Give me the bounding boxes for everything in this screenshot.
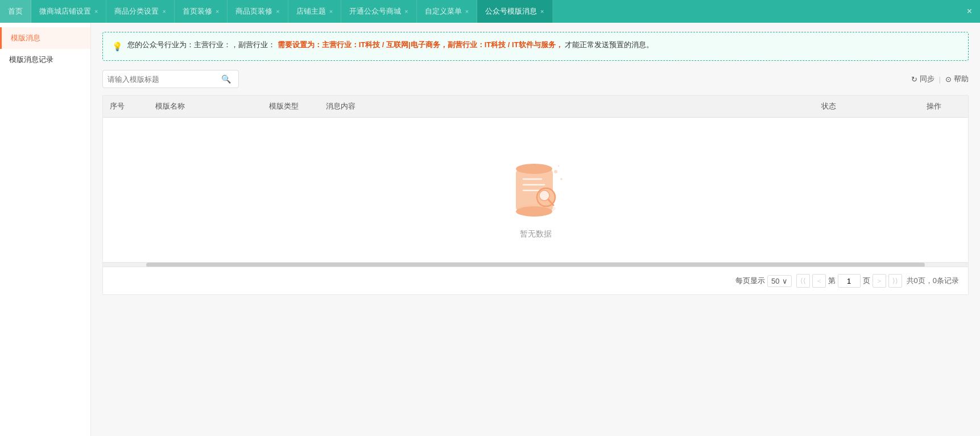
nav-tab-open-mall-label: 开通公众号商城: [349, 6, 401, 16]
empty-illustration: [502, 152, 570, 220]
nav-tab-home-label: 首页: [8, 6, 23, 16]
page-label: 第: [828, 276, 836, 286]
nav-tab-template-msg[interactable]: 公众号模版消息 ×: [477, 0, 552, 23]
page-size-select: 每页显示 50 ∨: [735, 275, 791, 287]
notice-icon: 💡: [112, 40, 123, 53]
main-content: 💡 您的公众号行业为：主营行业：，副营行业： 需要设置为：主营行业：IT科技 /…: [91, 23, 980, 436]
sidebar-item-template-message-log-label: 模版消息记录: [9, 55, 53, 64]
close-template-msg-icon[interactable]: ×: [540, 8, 544, 15]
empty-text: 暂无数据: [520, 229, 552, 239]
search-bar: 🔍 ↻ 同步 | ⊙ 帮助: [102, 70, 969, 88]
main-layout: 模版消息 模版消息记录 💡 您的公众号行业为：主营行业：，副营行业： 需要设置为…: [0, 23, 980, 436]
th-seq: 序号: [103, 95, 148, 117]
sidebar-item-template-message-log[interactable]: 模版消息记录: [0, 49, 90, 70]
nav-tab-open-mall[interactable]: 开通公众号商城 ×: [341, 0, 416, 23]
svg-point-11: [560, 178, 563, 180]
nav-tab-product-decoration-label: 商品页装修: [235, 6, 272, 16]
nav-tab-template-msg-label: 公众号模版消息: [485, 6, 537, 16]
close-product-decoration-icon[interactable]: ×: [276, 8, 279, 15]
page-size-label: 每页显示: [735, 276, 765, 286]
last-page-button[interactable]: ⟩⟩: [888, 274, 902, 288]
close-category-settings-icon[interactable]: ×: [162, 8, 166, 15]
th-content: 消息内容: [319, 95, 814, 117]
close-open-mall-icon[interactable]: ×: [404, 8, 408, 15]
nav-tab-shop-theme-label: 店铺主题: [296, 6, 326, 16]
empty-state: 暂无数据: [103, 118, 968, 262]
th-status: 状态: [814, 95, 900, 117]
svg-point-2: [516, 164, 552, 174]
sync-label: 同步: [920, 74, 934, 84]
svg-point-3: [516, 206, 552, 217]
page-number-input[interactable]: [838, 274, 861, 288]
sidebar-item-template-message-label: 模版消息: [11, 34, 40, 42]
th-type: 模版类型: [262, 95, 319, 117]
nav-tab-shop-settings[interactable]: 微商城店铺设置 ×: [31, 0, 106, 23]
nav-tab-home-decoration[interactable]: 首页装修 ×: [175, 0, 228, 23]
nav-tab-home[interactable]: 首页: [0, 0, 31, 23]
sync-button[interactable]: ↻ 同步: [911, 74, 934, 84]
notice-highlight: 需要设置为：主营行业：IT科技 / 互联网|电子商务，副营行业：IT科技 / I…: [278, 40, 563, 49]
sidebar: 模版消息 模版消息记录: [0, 23, 91, 436]
help-icon: ⊙: [945, 75, 952, 84]
prev-page-button[interactable]: ＜: [812, 274, 826, 288]
notice-box: 💡 您的公众号行业为：主营行业：，副营行业： 需要设置为：主营行业：IT科技 /…: [102, 32, 969, 61]
nav-tab-custom-menu[interactable]: 自定义菜单 ×: [417, 0, 477, 23]
horizontal-scrollbar[interactable]: [103, 262, 968, 267]
sidebar-item-template-message[interactable]: 模版消息: [0, 27, 90, 49]
nav-tab-category-settings[interactable]: 商品分类设置 ×: [106, 0, 174, 23]
data-table: 序号 模版名称 模版类型 消息内容 状态 操作: [102, 95, 969, 295]
notice-text: 您的公众号行业为：主营行业：，副营行业： 需要设置为：主营行业：IT科技 / 互…: [127, 39, 654, 51]
nav-tab-home-decoration-label: 首页装修: [183, 6, 212, 16]
svg-point-10: [554, 170, 557, 173]
page-size-value: 50: [771, 277, 779, 285]
nav-tab-custom-menu-label: 自定义菜单: [425, 6, 462, 16]
notice-prefix: 您的公众号行业为：主营行业：，副营行业：: [127, 40, 275, 49]
close-all-tabs-button[interactable]: ×: [959, 6, 980, 16]
toolbar-right: ↻ 同步 | ⊙ 帮助: [911, 74, 969, 84]
close-shop-theme-icon[interactable]: ×: [329, 8, 333, 15]
th-name: 模版名称: [148, 95, 262, 117]
top-navigation: 首页 微商城店铺设置 × 商品分类设置 × 首页装修 × 商品页装修 × 店铺主…: [0, 0, 980, 23]
pagination: 每页显示 50 ∨ ⟨⟨ ＜ 第 页 ＞ ⟩⟩ 共0页，0条记录: [103, 267, 968, 294]
notice-suffix: 才能正常发送预置的消息。: [565, 40, 654, 49]
toolbar-divider: |: [939, 75, 941, 84]
help-button[interactable]: ⊙ 帮助: [945, 74, 969, 84]
help-label: 帮助: [954, 74, 969, 84]
close-shop-settings-icon[interactable]: ×: [94, 8, 98, 15]
search-icon[interactable]: 🔍: [221, 74, 231, 84]
page-total: 共0页，0条记录: [907, 276, 959, 286]
nav-tab-shop-settings-label: 微商城店铺设置: [39, 6, 91, 16]
page-size-chevron-icon: ∨: [782, 277, 788, 285]
page-size-dropdown[interactable]: 50 ∨: [767, 275, 791, 287]
scrollbar-thumb[interactable]: [146, 263, 925, 267]
search-input-wrap: 🔍: [102, 70, 239, 88]
table-header: 序号 模版名称 模版类型 消息内容 状态 操作: [103, 95, 968, 118]
next-page-button[interactable]: ＞: [873, 274, 886, 288]
page-unit: 页: [863, 276, 870, 286]
close-custom-menu-icon[interactable]: ×: [465, 8, 469, 15]
svg-point-12: [557, 165, 559, 167]
close-home-decoration-icon[interactable]: ×: [216, 8, 219, 15]
first-page-button[interactable]: ⟨⟨: [796, 274, 810, 288]
nav-tab-product-decoration[interactable]: 商品页装修 ×: [228, 0, 288, 23]
nav-tab-shop-theme[interactable]: 店铺主题 ×: [288, 0, 341, 23]
search-input[interactable]: [107, 75, 221, 84]
nav-tab-category-settings-label: 商品分类设置: [114, 6, 159, 16]
th-action: 操作: [900, 95, 968, 117]
sync-icon: ↻: [911, 75, 917, 84]
page-navigation: ⟨⟨ ＜ 第 页 ＞ ⟩⟩: [796, 274, 902, 288]
